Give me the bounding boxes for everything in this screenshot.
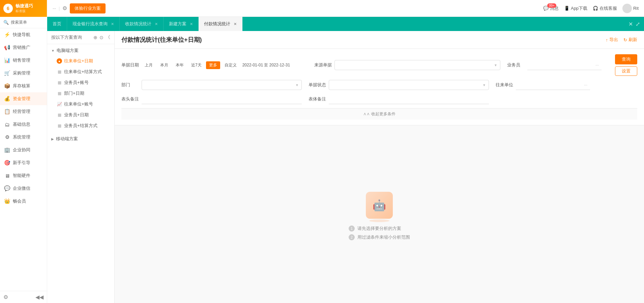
dept-arrow-icon: ▼ [295, 83, 299, 87]
quick-nav-icon: ⚡ [4, 32, 10, 38]
date-label: 单据日期 [121, 62, 139, 68]
sidebar-item-label: 经营管理 [13, 109, 30, 115]
tab-bank-flow[interactable]: 现金银行流水查询✕ [67, 17, 120, 31]
trial-industry-btn[interactable]: 体验行业方案 [70, 3, 106, 13]
app-name: 畅捷通巧 [16, 3, 33, 9]
tab-receipt-stat[interactable]: 收款情况统计✕ [120, 17, 164, 31]
tabbar: 首页现金银行流水查询✕收款情况统计✕新建方案✕付款情况统计✕✕⤢ [47, 17, 644, 31]
scheme-label: 往来单位+账号 [64, 101, 93, 107]
scheme-icon-staff-account: ▦ [57, 80, 62, 85]
sidebar-item-hardware[interactable]: 🖥智能硬件 [0, 169, 47, 182]
sidebar-item-system[interactable]: ⚙系统管理 [0, 131, 47, 144]
scheme-item-unit-account[interactable]: 📈往来单位+账号 [47, 99, 114, 110]
collapse-icon[interactable]: ◀◀ [35, 294, 43, 300]
this-year-btn[interactable]: 本年 [173, 61, 187, 69]
group-expand-icon: ▼ [51, 49, 55, 53]
refresh-btn[interactable]: ↻ 刷新 [623, 37, 637, 43]
tab-home[interactable]: 首页 [47, 17, 67, 31]
scheme-label: 部门+日期 [64, 90, 84, 96]
scheme-item-unit-date[interactable]: ●往来单位+日期 [47, 56, 114, 66]
settings-btn[interactable]: 设置 [615, 66, 637, 76]
sidebar-item-capital[interactable]: 💰资金管理 [0, 92, 47, 105]
page-header: 付款情况统计(往来单位+日期) ↑ 导出 ↻ 刷新 [115, 31, 644, 49]
sidebar-item-sales[interactable]: 📊销售管理 [0, 54, 47, 67]
scheme-icon-staff-date: ▦ [57, 112, 62, 118]
scheme-settings-btn[interactable]: ⊙ [99, 35, 104, 40]
tab-new-scheme[interactable]: 新建方案✕ [164, 17, 199, 31]
fullscreen-btn[interactable]: ⤢ [636, 21, 640, 27]
user-avatar [622, 4, 632, 13]
tab-close-payment-stat[interactable]: ✕ [234, 22, 237, 26]
sidebar-item-operations[interactable]: 📋经营管理 [0, 105, 47, 118]
tab-close-new-scheme[interactable]: ✕ [190, 22, 193, 26]
doc-status-field: 单据状态 ▼ [309, 80, 489, 90]
last-7days-btn[interactable]: 近7天 [188, 61, 205, 69]
purchase-icon: 🛒 [4, 70, 10, 76]
header-note-input[interactable] [142, 94, 302, 104]
scheme-label: 往来单位+日期 [64, 58, 93, 64]
last-month-btn[interactable]: 上月 [142, 61, 156, 69]
sidebar-item-label: 资金管理 [13, 96, 30, 102]
sidebar-item-wechat[interactable]: 💬企业微信 [0, 182, 47, 195]
more-dates-btn[interactable]: 更多 [206, 61, 220, 69]
topbar-settings-btn[interactable]: ⚙ [62, 5, 67, 11]
doc-status-select[interactable]: ▼ [329, 80, 489, 90]
scheme-panel-header: 按以下方案查询 ⊕ ⊙ 《 [47, 31, 114, 44]
source-select[interactable]: ▼ [334, 60, 500, 70]
scheme-item-staff-date[interactable]: ▦业务员+日期 [47, 110, 114, 120]
desktop-group-label: 电脑端方案 [57, 48, 79, 54]
this-month-btn[interactable]: 本月 [157, 61, 171, 69]
sidebar-item-quick-nav[interactable]: ⚡快捷导航 [0, 28, 47, 41]
scheme-item-staff-account[interactable]: ▦业务员+账号 [47, 77, 114, 88]
sidebar-item-guide[interactable]: 🎯新手引导 [0, 156, 47, 169]
desktop-group-header[interactable]: ▼ 电脑端方案 [47, 46, 114, 56]
filter-row-3: 表头备注 表体备注 [121, 94, 637, 104]
sidebar-item-enterprise[interactable]: 🏢企业协同 [0, 144, 47, 156]
scheme-icon-unit-payment: ▦ [57, 69, 62, 74]
sidebar-item-marketing[interactable]: 📢营销推广 [0, 41, 47, 54]
sidebar-item-label: 营销推广 [13, 44, 30, 51]
custom-date-btn[interactable]: 自定义 [222, 61, 240, 69]
close-tab-btn[interactable]: ✕ [628, 21, 633, 27]
scheme-panel-collapse-btn[interactable]: 《 [106, 34, 110, 40]
guide-icon: 🎯 [4, 160, 10, 166]
scheme-item-staff-payment[interactable]: ▦业务员+结算方式 [47, 120, 114, 131]
user-menu[interactable]: Rit [622, 4, 639, 13]
tab-close-bank-flow[interactable]: ✕ [111, 22, 114, 26]
query-btn[interactable]: 查询 [615, 54, 637, 64]
partner-select[interactable]: ··· [516, 80, 590, 90]
tip2-num: 2 [349, 234, 355, 240]
sidebar-item-inventory[interactable]: 📦库存核算 [0, 80, 47, 92]
sidebar-item-basics[interactable]: 🗂基础信息 [0, 118, 47, 131]
tab-payment-stat[interactable]: 付款情况统计✕ [199, 17, 242, 31]
body-note-input[interactable] [329, 94, 489, 104]
membership-icon: 👑 [4, 198, 10, 204]
page-header-actions: ↑ 导出 ↻ 刷新 [606, 37, 638, 43]
sidebar-item-membership[interactable]: 👑畅会员 [0, 195, 47, 208]
collapse-bar[interactable]: ∧∧ 收起更多条件 [121, 108, 637, 120]
app-edition: 标准版 [16, 9, 33, 13]
export-btn[interactable]: ↑ 导出 [606, 37, 618, 43]
add-scheme-btn[interactable]: ⊕ [93, 35, 97, 40]
staff-select[interactable]: ··· [527, 60, 602, 70]
dept-field: 部门 ▼ [121, 80, 302, 90]
settings-icon[interactable]: ⚙ [3, 294, 8, 300]
scheme-item-dept-date[interactable]: ▦部门+日期 [47, 88, 114, 99]
scheme-item-unit-payment[interactable]: ▦往来单位+结算方式 [47, 66, 114, 77]
online-service-btn[interactable]: 🎧 在线客服 [593, 5, 617, 11]
sidebar-item-purchase[interactable]: 🛒采购管理 [0, 67, 47, 80]
body-note-label: 表体备注 [309, 96, 326, 102]
marketing-icon: 📢 [4, 44, 10, 51]
empty-tip-1: 1 请先选择要分析的方案 [349, 225, 410, 232]
sidebar-item-label: 快捷导航 [13, 32, 30, 38]
sidebar-search[interactable]: 🔍 搜索菜单 [0, 17, 47, 28]
mobile-group-header[interactable]: ▶ 移动端方案 [47, 134, 114, 144]
search-label: 搜索菜单 [11, 20, 27, 25]
sidebar: 6 畅捷通巧 标准版 🔍 搜索菜单 ⚡快捷导航📢营销推广📊销售管理🛒采购管理📦库… [0, 0, 47, 303]
service-label: 在线客服 [599, 5, 617, 11]
tab-close-receipt-stat[interactable]: ✕ [155, 22, 158, 26]
notice-btn[interactable]: 💬 消息 99+ [543, 5, 559, 11]
dept-select[interactable]: ▼ [142, 80, 302, 90]
topbar-nav-back[interactable]: ··· [53, 6, 56, 11]
app-download-btn[interactable]: 📱 App下载 [564, 5, 587, 11]
